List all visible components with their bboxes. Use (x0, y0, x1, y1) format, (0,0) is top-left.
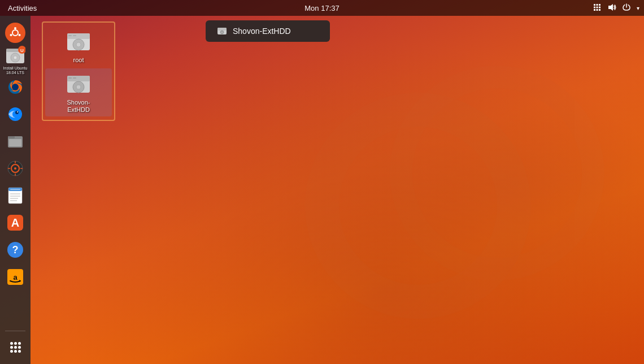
volume-icon[interactable] (607, 3, 616, 14)
dock-item-ubuntu[interactable] (3, 20, 28, 45)
svg-text:A: A (11, 216, 19, 229)
desktop[interactable]: Shovon-ExtHDD root (31, 16, 644, 364)
tooltip-drive-icon (217, 26, 227, 36)
activities-button[interactable]: Activities (5, 4, 40, 12)
svg-rect-0 (594, 4, 595, 6)
dock-label-install-ubuntu: Install Ubuntu18.04 LTS (3, 66, 28, 75)
svg-point-62 (76, 85, 81, 89)
ubuntu-logo-icon (5, 23, 25, 43)
svg-point-52 (221, 32, 223, 33)
privacy-icon (6, 159, 25, 178)
svg-point-12 (14, 27, 16, 29)
power-arrow-icon[interactable]: ▾ (637, 5, 639, 11)
dock-item-app-grid[interactable] (3, 335, 28, 359)
appstore-icon: A (6, 213, 25, 232)
dock-item-firefox[interactable] (3, 75, 28, 99)
dock: U Install Ubuntu18.04 LTS (0, 16, 31, 364)
svg-rect-4 (597, 6, 598, 8)
shovon-exthdd-icon-label: Shovon-ExtHDD (67, 99, 90, 114)
tooltip-label: Shovon-ExtHDD (233, 27, 291, 36)
shovon-exthdd-drive-icon (65, 71, 92, 98)
files-icon (6, 132, 25, 151)
svg-rect-2 (599, 4, 601, 6)
desktop-icons-group: root Shovon-ExtHDD (42, 21, 115, 121)
help-icon: ? (6, 240, 25, 259)
svg-point-13 (19, 34, 21, 36)
svg-rect-1 (597, 4, 598, 6)
dock-item-install-ubuntu[interactable]: U Install Ubuntu18.04 LTS (3, 47, 28, 72)
svg-rect-42 (10, 189, 20, 190)
dock-separator (5, 331, 25, 331)
dock-item-help[interactable]: ? (3, 237, 28, 262)
dock-item-amazon[interactable]: a (3, 265, 28, 289)
svg-point-14 (10, 34, 12, 36)
root-drive-icon (65, 28, 92, 55)
svg-text:?: ? (12, 244, 19, 255)
svg-rect-8 (599, 9, 601, 11)
network-icon[interactable] (593, 3, 602, 14)
svg-rect-6 (594, 9, 595, 11)
topbar-clock: Mon 17:37 (304, 4, 339, 12)
topbar: Activities Mon 17:37 (0, 0, 644, 16)
svg-rect-3 (594, 6, 595, 8)
thunderbird-icon (6, 105, 25, 124)
svg-rect-50 (217, 28, 227, 31)
svg-point-31 (14, 167, 16, 170)
desktop-icon-shovon-exthdd[interactable]: Shovon-ExtHDD (45, 68, 112, 116)
svg-rect-28 (9, 139, 21, 146)
svg-rect-7 (597, 9, 598, 11)
svg-text:a: a (13, 273, 18, 281)
topbar-left: Activities (5, 4, 40, 12)
svg-point-24 (15, 111, 19, 114)
dock-item-writer[interactable] (3, 183, 28, 208)
svg-point-22 (12, 84, 19, 90)
dock-item-files[interactable] (3, 129, 28, 154)
svg-point-18 (14, 56, 17, 59)
firefox-icon (6, 77, 25, 97)
root-icon-label: root (73, 57, 84, 64)
svg-point-25 (17, 111, 18, 112)
amazon-icon: a (6, 267, 25, 287)
topbar-right: ▾ (593, 3, 639, 14)
writer-icon (6, 186, 25, 205)
dock-item-thunderbird[interactable] (3, 102, 28, 127)
svg-text:U: U (20, 48, 24, 53)
svg-marker-9 (608, 4, 613, 11)
dock-item-appstore[interactable]: A (3, 210, 28, 235)
svg-rect-63 (68, 77, 72, 79)
desktop-icon-root[interactable]: root (45, 26, 112, 66)
tooltip-window: Shovon-ExtHDD (206, 20, 330, 42)
svg-rect-64 (73, 77, 76, 79)
power-icon[interactable] (622, 3, 631, 14)
svg-rect-57 (68, 35, 72, 36)
svg-rect-5 (599, 6, 601, 8)
svg-rect-58 (73, 35, 76, 36)
dock-item-privacy[interactable] (3, 156, 28, 181)
app-grid-icon (10, 342, 21, 353)
svg-point-56 (76, 42, 81, 47)
svg-rect-27 (8, 136, 15, 138)
